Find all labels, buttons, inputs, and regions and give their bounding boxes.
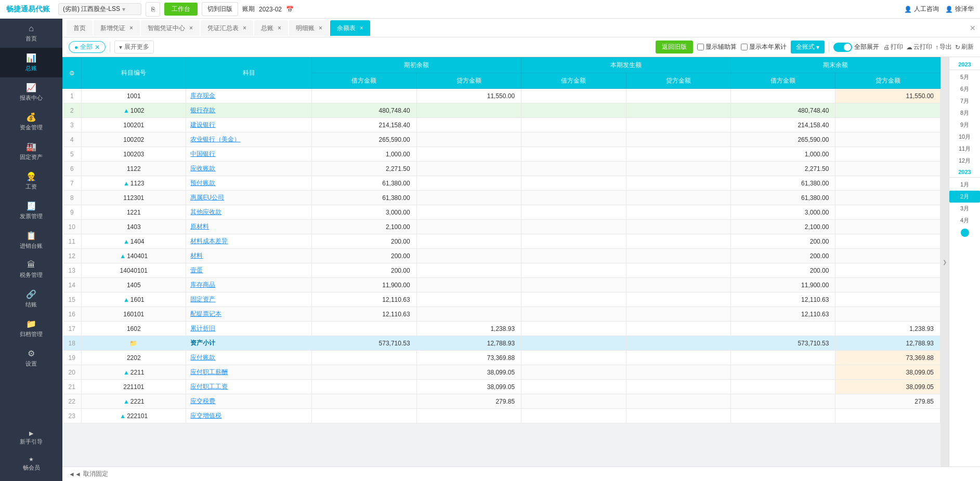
month-6[interactable]: 6月 — [949, 83, 980, 95]
year-2023-2[interactable]: 2023 — [949, 167, 980, 178]
show-aux-checkbox[interactable]: 显示辅助算 — [697, 43, 737, 51]
sidebar-item-payroll[interactable]: 👷 工资 — [0, 166, 62, 196]
row-subject[interactable]: 建设银行 — [186, 118, 312, 132]
tab-detail-ledger-close[interactable]: × — [319, 24, 322, 32]
sidebar-item-assets[interactable]: 🏭 固定资产 — [0, 137, 62, 166]
tab-voucher-summary[interactable]: 凭证汇总表 × — [201, 20, 253, 36]
row-subject[interactable]: 资产小计 — [186, 336, 312, 351]
expand-more-button[interactable]: ▾ 展开更多 — [114, 41, 154, 54]
tab-balance-close[interactable]: × — [360, 24, 363, 32]
row-subject[interactable]: 应付账款 — [186, 351, 312, 365]
row-subject[interactable]: 固定资产 — [186, 292, 312, 307]
row-subject[interactable]: 壹蛋 — [186, 263, 312, 278]
month-3[interactable]: 3月 — [949, 203, 980, 215]
show-ytd-checkbox[interactable]: 显示本年累计 — [741, 43, 787, 51]
row-subject[interactable]: 应收账款 — [186, 162, 312, 176]
row-subject[interactable]: 材料 — [186, 249, 312, 263]
month-10[interactable]: 10月 — [949, 131, 980, 143]
period-credit: 12,788.93 — [416, 336, 521, 351]
all-style-button[interactable]: 全账式 ▾ — [791, 41, 825, 54]
sidebar-item-archive[interactable]: 📁 归档管理 — [0, 314, 62, 343]
show-aux-input[interactable] — [697, 44, 704, 50]
right-panel-circle[interactable] — [961, 229, 969, 237]
table-container[interactable]: ⚙ 科目编号 科目 期初余额 本期发生额 期末余额 借方金额 贷方金额 借方金额… — [62, 57, 940, 466]
sidebar-item-closing[interactable]: 🔗 结账 — [0, 284, 62, 314]
workbench-button[interactable]: 工作台 — [164, 3, 198, 16]
table-row: 18📁资产小计573,710.5312,788.93573,710.5312,7… — [63, 336, 940, 351]
cloud-print-button[interactable]: ☁ 云打印 — [906, 43, 932, 51]
row-subject[interactable]: 累计折旧 — [186, 322, 312, 336]
tab-general-ledger[interactable]: 总账 × — [254, 20, 288, 36]
user-profile[interactable]: 👤 徐泽华 — [945, 5, 974, 14]
row-subject[interactable]: 应付职工工资 — [186, 380, 312, 394]
month-8[interactable]: 8月 — [949, 107, 980, 119]
row-subject[interactable]: 银行存款 — [186, 103, 312, 118]
tab-voucher-summary-close[interactable]: × — [243, 24, 246, 32]
tab-general-ledger-close[interactable]: × — [278, 24, 281, 32]
all-filter-close-icon[interactable]: ✕ — [95, 44, 100, 51]
curr-debit — [521, 89, 626, 103]
tab-balance[interactable]: 余额表 × — [330, 20, 370, 36]
tab-new-voucher-close[interactable]: × — [129, 24, 133, 32]
copy-icon[interactable]: ⎘ — [146, 2, 160, 17]
month-2[interactable]: 2月 — [949, 191, 980, 203]
consultant-btn[interactable]: 👤 人工咨询 — [904, 5, 939, 14]
all-filter-tag[interactable]: ● 全部 ✕ — [69, 41, 106, 53]
sidebar-item-sales[interactable]: 📋 进销台账 — [0, 225, 62, 255]
row-subject[interactable]: 应付职工薪酬 — [186, 365, 312, 380]
month-5[interactable]: 5月 — [949, 71, 980, 83]
month-11[interactable]: 11月 — [949, 143, 980, 155]
sidebar-item-home[interactable]: ⌂ 首页 — [0, 19, 62, 48]
row-subject[interactable]: 库存现金 — [186, 89, 312, 103]
payroll-icon: 👷 — [26, 171, 36, 181]
show-ytd-input[interactable] — [741, 44, 748, 50]
row-subject[interactable]: 材料成本差异 — [186, 234, 312, 249]
switch-old-button[interactable]: 切到旧版 — [202, 2, 238, 16]
right-panel-toggle[interactable]: ❯ — [940, 57, 949, 466]
sidebar-item-ledger[interactable]: 📊 总账 — [0, 48, 62, 77]
row-subject[interactable]: 农业银行（美金） — [186, 132, 312, 147]
sidebar-item-reports[interactable]: 📈 报表中心 — [0, 77, 62, 107]
month-9[interactable]: 9月 — [949, 119, 980, 131]
row-subject[interactable]: 应交增值税 — [186, 409, 312, 423]
th-settings[interactable]: ⚙ — [63, 58, 82, 89]
sidebar-item-guide[interactable]: ▶ 新手引导 — [0, 426, 62, 450]
month-12[interactable]: 12月 — [949, 155, 980, 167]
export-button[interactable]: ↑ 导出 — [935, 43, 952, 51]
sidebar-item-tax[interactable]: 🏛 税务管理 — [0, 255, 62, 284]
return-old-button[interactable]: 返回旧版 — [656, 41, 693, 54]
row-subject[interactable]: 惠属EU公司 — [186, 191, 312, 205]
sidebar-item-settings[interactable]: ⚙ 设置 — [0, 343, 62, 373]
end-credit: 279.85 — [835, 394, 940, 409]
row-subject[interactable]: 库存商品 — [186, 278, 312, 292]
row-subject[interactable]: 原材料 — [186, 220, 312, 234]
tab-new-voucher[interactable]: 新增凭证 × — [94, 20, 140, 36]
tab-smart-voucher-close[interactable]: × — [189, 24, 193, 32]
table-row: 15▲1601固定资产12,110.6312,110.63 — [63, 292, 940, 307]
curr-debit — [521, 205, 626, 220]
company-selector[interactable]: (劣前) 江西股垒-LSS ▾ — [58, 3, 141, 15]
row-subject[interactable]: 配提票记本 — [186, 307, 312, 322]
row-subject[interactable]: 中国银行 — [186, 147, 312, 162]
row-subject[interactable]: 其他应收款 — [186, 205, 312, 220]
expand-toggle-switch[interactable] — [833, 43, 852, 52]
sidebar-item-funds[interactable]: 💰 资金管理 — [0, 107, 62, 137]
sidebar-item-member[interactable]: ★ 畅会员 — [0, 452, 62, 476]
expand-all-toggle[interactable]: 全部展开 — [833, 43, 879, 52]
end-debit: 3,000.00 — [731, 205, 835, 220]
month-7[interactable]: 7月 — [949, 95, 980, 107]
month-1[interactable]: 1月 — [949, 179, 980, 191]
print-button[interactable]: 🖨 打印 — [883, 43, 903, 51]
row-subject[interactable]: 预付账款 — [186, 176, 312, 191]
sidebar-item-invoice[interactable]: 🧾 发票管理 — [0, 196, 62, 225]
row-subject[interactable]: 应交税费 — [186, 394, 312, 409]
tab-bar-close[interactable]: ✕ — [970, 24, 976, 32]
tab-detail-ledger[interactable]: 明细账 × — [289, 20, 329, 36]
month-4[interactable]: 4月 — [949, 215, 980, 226]
tab-home[interactable]: 首页 — [67, 20, 93, 36]
row-number: 7 — [63, 176, 82, 191]
year-2023[interactable]: 2023 — [949, 59, 980, 70]
unpin-button[interactable]: ◄◄ 取消固定 — [69, 470, 108, 478]
tab-smart-voucher[interactable]: 智能凭证中心 × — [141, 20, 200, 36]
refresh-button[interactable]: ↻ 刷新 — [955, 43, 974, 51]
